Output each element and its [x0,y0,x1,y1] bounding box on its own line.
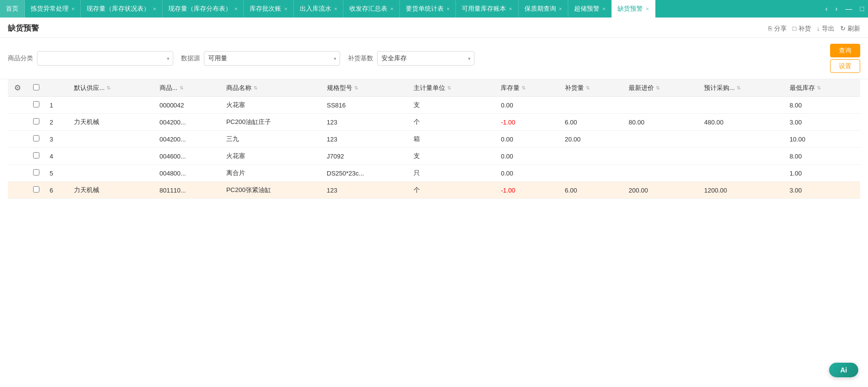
row-checkbox[interactable] [33,135,39,141]
tab-prev-button[interactable]: ‹ [821,0,832,18]
row-checkbox-cell [27,182,45,199]
tab-----------[interactable]: 现存量（库存分布表）× [163,0,244,18]
tab-minimize-button[interactable]: — [842,0,856,18]
tab-close-icon[interactable]: × [284,6,287,12]
refresh-icon: ↻ [840,25,846,32]
row-settings-cell [8,182,27,199]
table-gear-icon[interactable]: ⚙ [14,84,21,92]
row-stock: 0.00 [496,131,560,148]
sort-icon-spec: ⇅ [354,85,358,90]
row-checkbox[interactable] [33,101,39,107]
row-unit: 只 [409,165,496,182]
col-spec[interactable]: 规格型号 ⇅ [322,79,409,97]
row-settings-cell [8,114,27,131]
tab-------[interactable]: 收发存汇总表× [344,0,399,18]
tab-close-icon[interactable]: × [153,6,156,12]
select-all-checkbox[interactable] [33,84,39,90]
row-product-code: 004200... [155,114,221,131]
row-index: 2 [45,114,69,131]
row-checkbox[interactable] [33,152,39,158]
col-est-purchase[interactable]: 预计采购... ⇅ [699,79,784,97]
row-checkbox[interactable] [33,118,39,124]
table-row: 4 004600... 火花塞 J7092 支 0.00 8.00 [8,148,860,165]
share-button[interactable]: ⎘ 分享 [768,24,787,33]
category-select[interactable] [37,51,173,66]
row-latest-price [624,148,699,165]
row-supplier [69,97,154,114]
col-checkbox [27,79,45,97]
col-default-supplier[interactable]: 默认供应... ⇅ [69,79,154,97]
filter-group-category: 商品分类 ▾ [8,51,173,66]
tab-----------[interactable]: 现存量（库存状况表）× [81,0,162,18]
datasource-select[interactable]: 可用量 [204,51,340,66]
tab-maximize-button[interactable]: □ [856,0,868,18]
row-checkbox[interactable] [33,169,39,176]
replenish-base-select[interactable]: 安全库存 [377,51,474,66]
row-replenish-qty [560,165,624,182]
col-unit[interactable]: 主计量单位 ⇅ [409,79,496,97]
sort-icon-unit: ⇅ [447,85,451,90]
tab-------[interactable]: 拣货异常处理× [25,0,81,18]
row-stock: 0.00 [496,148,560,165]
row-est-purchase: 1200.00 [699,182,784,199]
row-checkbox-cell [27,131,45,148]
row-est-purchase: 480.00 [699,114,784,131]
row-est-purchase [699,165,784,182]
tab-label: 收发存汇总表 [349,4,387,13]
refresh-button[interactable]: ↻ 刷新 [840,24,860,33]
sort-icon-min-stock: ⇅ [817,85,821,90]
tab-close-icon[interactable]: × [559,6,562,12]
row-product-code: 004600... [155,148,221,165]
col-product-name[interactable]: 商品名称 ⇅ [221,79,322,97]
col-latest-price[interactable]: 最新进价 ⇅ [624,79,699,97]
tab-------[interactable]: 要货单统计表× [400,0,456,18]
row-product-code: 0000042 [155,97,221,114]
sort-icon-price: ⇅ [656,85,660,90]
tab-----[interactable]: 超储预警× [568,0,612,18]
col-stock[interactable]: 库存量 ⇅ [496,79,560,97]
datasource-filter-label: 数据源 [181,54,200,63]
row-supplier [69,165,154,182]
row-checkbox-cell [27,148,45,165]
row-checkbox[interactable] [33,186,39,193]
row-index: 4 [45,148,69,165]
settings-button[interactable]: 设置 [830,59,860,73]
tab------[interactable]: 出入库流水× [294,0,344,18]
row-settings-cell [8,131,27,148]
col-min-stock[interactable]: 最低库存 ⇅ [785,79,860,97]
row-stock: 0.00 [496,97,560,114]
tab--------[interactable]: 可用量库存账本× [456,0,518,18]
tab-close-icon[interactable]: × [72,6,74,12]
row-spec: 123 [322,131,409,148]
query-button[interactable]: 查询 [830,44,860,57]
tab-close-icon[interactable]: × [509,6,512,12]
tab------[interactable]: 库存批次账× [244,0,293,18]
col-replenish-qty[interactable]: 补货量 ⇅ [560,79,624,97]
table-row: 3 004200... 三九 123 箱 0.00 20.00 10.00 [8,131,860,148]
tab-label: 库存批次账 [250,4,281,13]
tab-close-icon[interactable]: × [235,6,237,12]
col-settings: ⚙ [8,79,27,97]
tab---[interactable]: 首页 [0,0,25,18]
sort-icon-replenish: ⇅ [586,85,590,90]
tab-----[interactable]: 缺货预警× [612,0,655,18]
col-product-code[interactable]: 商品... ⇅ [155,79,221,97]
replenish-button[interactable]: □ 补货 [793,24,811,33]
main-content: 缺货预警 ⎘ 分享 □ 补货 ↓ 导出 ↻ 刷新 商品分类 [0,18,868,387]
tab-close-icon[interactable]: × [447,6,450,12]
row-index: 6 [45,182,69,199]
tab-label: 超储预警 [574,4,599,13]
row-checkbox-cell [27,165,45,182]
row-supplier [69,131,154,148]
tab-close-icon[interactable]: × [602,6,605,12]
tab-close-icon[interactable]: × [390,6,393,12]
tab-next-button[interactable]: › [832,0,842,18]
tab-close-icon[interactable]: × [334,6,337,12]
row-product-name: PC200油缸庄子 [221,114,322,131]
replenish-base-filter-label: 补货基数 [348,54,373,63]
ai-badge[interactable]: Ai [829,363,858,377]
tab------[interactable]: 保质期查询× [519,0,568,18]
row-product-name: 火花塞 [221,97,322,114]
export-button[interactable]: ↓ 导出 [817,24,835,33]
tab-close-icon[interactable]: × [646,6,649,12]
